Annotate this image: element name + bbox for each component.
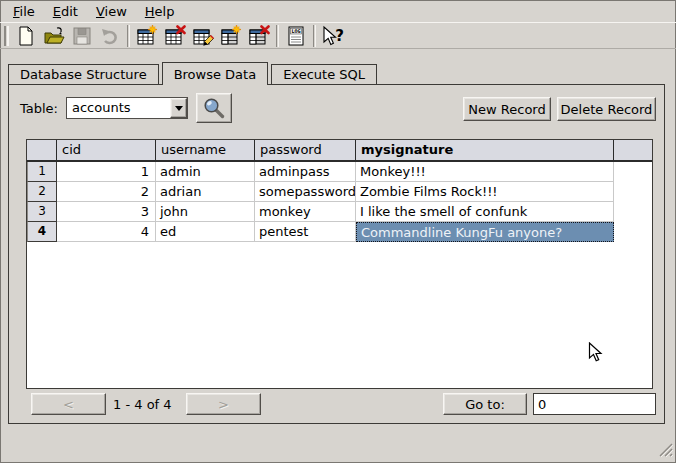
cell-username[interactable]: ed (156, 222, 255, 242)
revert-changes-button[interactable] (96, 23, 124, 48)
column-header-mysignature[interactable]: mysignature (356, 140, 614, 162)
log-button[interactable]: LOG (282, 23, 310, 48)
modify-table-icon (192, 25, 214, 47)
log-icon: LOG (285, 25, 307, 47)
toolbar-separator (313, 25, 316, 47)
cell-username[interactable]: adrian (156, 182, 255, 202)
whats-this-icon: ? (321, 25, 345, 47)
row-header[interactable]: 4 (27, 222, 57, 242)
cell-mysignature[interactable]: I like the smell of confunk (356, 202, 614, 222)
prev-page-button[interactable]: < (31, 393, 106, 415)
grid-corner-cell (27, 140, 57, 162)
column-header-password[interactable]: password (255, 140, 356, 162)
create-index-button[interactable] (217, 23, 245, 48)
tab-database-structure[interactable]: Database Structure (8, 64, 159, 84)
svg-text:LOG: LOG (291, 28, 300, 34)
table-select-arrow[interactable] (170, 98, 187, 118)
table-label: Table: (20, 101, 58, 116)
tab-execute-sql[interactable]: Execute SQL (271, 64, 377, 84)
delete-table-button[interactable] (161, 23, 189, 48)
table-row: 4 4 ed pentest Commandline KungFu anyone… (27, 222, 652, 242)
revert-changes-icon (99, 25, 121, 47)
table-row: 3 3 john monkey I like the smell of conf… (27, 202, 652, 222)
cell-username[interactable]: admin (156, 162, 255, 182)
resize-grip[interactable] (658, 442, 673, 460)
cell-mysignature[interactable]: Zombie Films Rock!!! (356, 182, 614, 202)
cell-password[interactable]: monkey (255, 202, 356, 222)
delete-index-icon (248, 25, 270, 47)
browse-data-panel: Table: accounts New Record Delete Record… (8, 84, 665, 424)
new-record-button[interactable]: New Record (463, 97, 551, 121)
goto-input[interactable] (533, 393, 656, 415)
menu-help[interactable]: Help (136, 2, 184, 21)
cell-mysignature[interactable]: Monkey!!! (356, 162, 614, 182)
open-database-button[interactable] (40, 23, 68, 48)
delete-index-button[interactable] (245, 23, 273, 48)
row-header[interactable]: 3 (27, 202, 57, 222)
cell-cid[interactable]: 4 (57, 222, 156, 242)
cell-password[interactable]: adminpass (255, 162, 356, 182)
menu-edit[interactable]: Edit (44, 2, 87, 21)
open-database-icon (43, 25, 65, 47)
save-database-icon (71, 25, 93, 47)
column-header-username[interactable]: username (156, 140, 255, 162)
tab-bar: Database Structure Browse Data Execute S… (8, 61, 380, 84)
row-header[interactable]: 2 (27, 182, 57, 202)
table-select[interactable]: accounts (66, 97, 188, 119)
app-window: File Edit View Help (0, 0, 676, 463)
table-select-value: accounts (67, 98, 170, 118)
create-table-button[interactable] (133, 23, 161, 48)
cell-password[interactable]: somepassword (255, 182, 356, 202)
create-table-icon (136, 25, 158, 47)
grid-header-row: cid username password mysignature (27, 140, 652, 162)
cell-cid[interactable]: 1 (57, 162, 156, 182)
cell-username[interactable]: john (156, 202, 255, 222)
create-index-icon (220, 25, 242, 47)
whats-this-button[interactable]: ? (319, 23, 347, 48)
new-database-icon (15, 25, 37, 47)
record-range-label: 1 - 4 of 4 (113, 397, 172, 412)
cell-cid[interactable]: 3 (57, 202, 156, 222)
cell-cid[interactable]: 2 (57, 182, 156, 202)
delete-table-icon (164, 25, 186, 47)
toolbar-separator (127, 25, 130, 47)
menu-view[interactable]: View (87, 2, 136, 21)
search-icon (202, 96, 226, 120)
search-button[interactable] (196, 93, 232, 123)
new-database-button[interactable] (12, 23, 40, 48)
column-header-filler (614, 140, 652, 162)
column-header-cid[interactable]: cid (57, 140, 156, 162)
next-page-button[interactable]: > (186, 393, 261, 415)
modify-table-button[interactable] (189, 23, 217, 48)
mouse-cursor (588, 342, 603, 366)
save-database-button[interactable] (68, 23, 96, 48)
menu-file[interactable]: File (4, 2, 44, 21)
cell-password[interactable]: pentest (255, 222, 356, 242)
toolbar-drag-handle[interactable] (4, 26, 9, 46)
delete-record-button[interactable]: Delete Record (557, 97, 656, 121)
row-header[interactable]: 1 (27, 162, 57, 182)
chevron-down-icon (175, 106, 183, 111)
table-row: 2 2 adrian somepassword Zombie Films Roc… (27, 182, 652, 202)
menu-bar: File Edit View Help (0, 0, 676, 22)
table-row: 1 1 admin adminpass Monkey!!! (27, 162, 652, 182)
toolbar: LOG ? (0, 22, 676, 49)
toolbar-separator (276, 25, 279, 47)
tab-browse-data[interactable]: Browse Data (162, 62, 269, 85)
data-grid: cid username password mysignature 1 1 ad… (26, 139, 653, 389)
goto-button[interactable]: Go to: (443, 393, 527, 415)
svg-text:?: ? (335, 27, 344, 45)
selected-cell-mysignature[interactable]: Commandline KungFu anyone? (356, 222, 614, 242)
